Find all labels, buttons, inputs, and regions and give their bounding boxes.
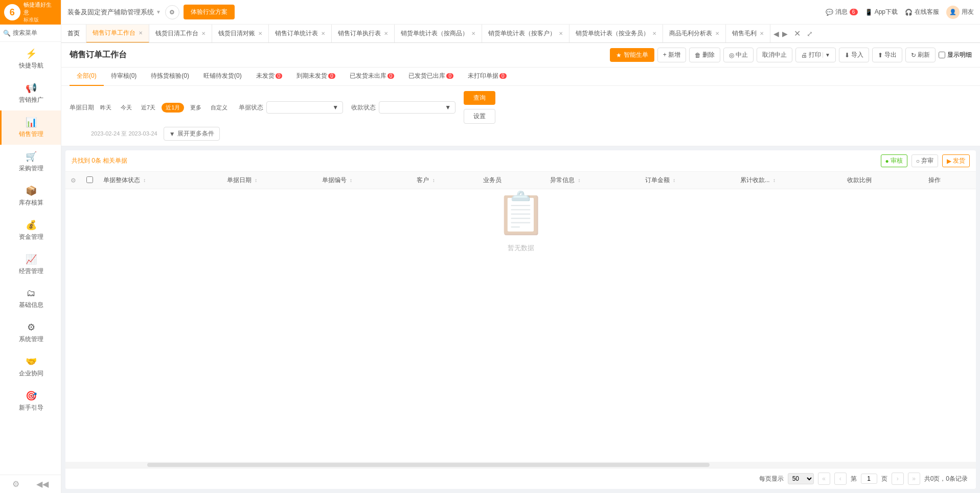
sidebar-item-quick-nav[interactable]: ⚡ 快捷导航 <box>0 42 61 76</box>
app-download-btn[interactable]: 📱 App下载 <box>865 8 898 16</box>
tab-sales-workbench[interactable]: 销售订单工作台 ✕ <box>86 25 149 43</box>
show-detail-checkbox-label[interactable]: 显示明细 <box>939 51 972 59</box>
smart-create-button[interactable]: ★ 智能生单 <box>610 48 654 62</box>
filter-tab-pending-review[interactable]: 待审核(0) <box>104 68 144 86</box>
query-button[interactable]: 查询 <box>464 91 495 105</box>
tab-close-sales-stat-customer[interactable]: ✕ <box>559 31 563 36</box>
sort-collected-icon[interactable]: ↕ <box>773 177 776 183</box>
online-service-btn[interactable]: 🎧 在线客服 <box>905 8 939 16</box>
tab-close-sales-stat-staff[interactable]: ✕ <box>652 31 656 36</box>
filter-tab-all[interactable]: 全部(0) <box>70 68 104 86</box>
tab-close-sales-profit[interactable]: ✕ <box>760 31 764 36</box>
sidebar-item-purchase-mgmt[interactable]: 🛒 采购管理 <box>0 145 61 179</box>
stop-button[interactable]: ◎ 中止 <box>723 48 754 62</box>
date-btn-1month[interactable]: 近1月 <box>162 103 184 113</box>
filter-tab-shipped-not-warehoused[interactable]: 已发货未出库 0 <box>343 68 402 86</box>
sort-abnormal-icon[interactable]: ↕ <box>578 177 580 183</box>
settings-gear-icon[interactable]: ⚙ <box>12 479 19 489</box>
collapse-sidebar-icon[interactable]: ◀◀ <box>36 479 49 489</box>
tab-sales-stat-customer[interactable]: 销货单统计表（按客户） ✕ <box>482 25 569 43</box>
date-btn-custom[interactable]: 自定义 <box>208 103 231 113</box>
expand-conditions-btn[interactable]: ▼ 展开更多条件 <box>164 127 220 141</box>
tabbar-next-arrow[interactable]: ▶ <box>781 29 789 39</box>
import-button[interactable]: ⬇ 导入 <box>839 48 869 62</box>
messages-btn[interactable]: 💬 消息 6 <box>826 8 858 16</box>
payment-filter-select[interactable]: ▼ <box>379 101 455 114</box>
col-checkbox[interactable] <box>81 172 98 189</box>
filter-tab-expired-not-shipped[interactable]: 到期未发货 0 <box>289 68 343 86</box>
filter-settings-button[interactable]: 设置 <box>464 109 495 124</box>
tabbar-close-all[interactable]: ✕ <box>791 29 804 38</box>
print-dropdown-arrow[interactable]: ▼ <box>823 52 830 58</box>
page-number-input[interactable] <box>861 474 877 484</box>
tab-sales-stat-product[interactable]: 销货单统计表（按商品） ✕ <box>395 25 482 43</box>
abandon-review-action-btn[interactable]: ○ 弃审 <box>911 154 938 167</box>
system-title-dropdown[interactable]: 装备及固定资产辅助管理系统 ▼ <box>67 8 161 17</box>
review-action-btn[interactable]: ● 审核 <box>881 154 907 167</box>
print-button[interactable]: 🖨 打印 ▼ <box>795 48 836 62</box>
sort-amount-icon[interactable]: ↕ <box>673 177 675 183</box>
tab-close-sales-stat-product[interactable]: ✕ <box>471 31 475 36</box>
date-btn-more[interactable]: 更多 <box>187 103 204 113</box>
sidebar-item-sys-mgmt[interactable]: ⚙ 系统管理 <box>0 316 61 350</box>
tab-close-product-margin[interactable]: ✕ <box>715 31 719 36</box>
tabbar-expand-btn[interactable]: ⤢ <box>804 30 816 38</box>
tab-cash-daily[interactable]: 钱货日清工作台 ✕ <box>149 25 212 43</box>
sidebar-item-inventory[interactable]: 📦 库存核算 <box>0 179 61 213</box>
sidebar-item-enterprise[interactable]: 🤝 企业协同 <box>0 350 61 384</box>
tab-home[interactable]: 首页 <box>61 25 86 43</box>
tab-close-cash-daily[interactable]: ✕ <box>201 31 206 36</box>
tab-close-sales-exec[interactable]: ✕ <box>384 31 388 36</box>
filter-tab-not-printed[interactable]: 未打印单据 0 <box>461 68 514 86</box>
table-scroll-container[interactable]: ⚙ 单据整体状态 ↕ 单据日期 ↕ 单据编号 <box>65 172 976 462</box>
add-button[interactable]: + 新增 <box>657 48 686 62</box>
cancel-stop-button[interactable]: 取消中止 <box>757 48 792 62</box>
sort-number-icon[interactable]: ↕ <box>350 177 352 183</box>
tab-cash-reconcile[interactable]: 钱货日清对账 ✕ <box>212 25 269 43</box>
sort-customer-icon[interactable]: ↕ <box>432 177 435 183</box>
tab-product-margin[interactable]: 商品毛利分析表 ✕ <box>663 25 726 43</box>
user-profile-btn[interactable]: 👤 用友 <box>946 6 974 19</box>
horizontal-scrollbar[interactable] <box>65 462 976 468</box>
industry-solution-button[interactable]: 体验行业方案 <box>184 5 235 19</box>
tab-sales-exec[interactable]: 销售订单执行表 ✕ <box>332 25 395 43</box>
sidebar-item-operations[interactable]: 📈 经营管理 <box>0 248 61 282</box>
topbar-settings-btn[interactable]: ⚙ <box>165 5 179 19</box>
tab-sales-profit[interactable]: 销售毛利 ✕ <box>726 25 770 43</box>
search-menu[interactable]: 🔍 搜索菜单 <box>0 25 61 42</box>
last-page-btn[interactable]: » <box>908 473 920 485</box>
show-detail-checkbox[interactable] <box>939 52 945 58</box>
filter-tab-shipped-warehoused[interactable]: 已发货已出库 0 <box>401 68 461 86</box>
tab-close-sales-workbench[interactable]: ✕ <box>139 30 143 36</box>
export-button[interactable]: ⬆ 导出 <box>872 48 902 62</box>
sidebar-item-sales-mgmt[interactable]: 📊 销售管理 <box>0 110 61 145</box>
delete-button[interactable]: 🗑 删除 <box>689 48 720 62</box>
tabbar-prev-arrow[interactable]: ◀ <box>772 29 780 39</box>
status-filter-select[interactable]: ▼ <box>266 101 343 114</box>
col-settings[interactable]: ⚙ <box>65 172 81 189</box>
first-page-btn[interactable]: « <box>818 473 830 485</box>
filter-tab-not-shipped[interactable]: 未发货 0 <box>249 68 290 86</box>
sort-status-icon[interactable]: ↕ <box>143 177 146 183</box>
page-size-select[interactable]: 50 10 20 100 <box>788 473 814 484</box>
tab-sales-stat1[interactable]: 销售订单统计表 ✕ <box>269 25 332 43</box>
tab-close-sales-stat1[interactable]: ✕ <box>321 31 325 36</box>
prev-page-btn[interactable]: ‹ <box>834 473 847 485</box>
filter-tab-pending-check[interactable]: 待拣货核验(0) <box>144 68 196 86</box>
scrollbar-thumb[interactable] <box>147 463 710 467</box>
sidebar-item-base-info[interactable]: 🗂 基础信息 <box>0 282 61 316</box>
sidebar-item-guide[interactable]: 🎯 新手引导 <box>0 384 61 418</box>
sidebar-item-finance[interactable]: 💰 资金管理 <box>0 213 61 248</box>
tab-sales-stat-staff[interactable]: 销货单统计表（按业务员） ✕ <box>569 25 663 43</box>
date-btn-today[interactable]: 今天 <box>118 103 135 113</box>
filter-tab-wangpu[interactable]: 旺铺待发货(0) <box>196 68 249 86</box>
refresh-button[interactable]: ↻ 刷新 <box>905 48 936 62</box>
sort-date-icon[interactable]: ↕ <box>255 177 257 183</box>
date-btn-yesterday[interactable]: 昨天 <box>97 103 115 113</box>
select-all-checkbox[interactable] <box>86 176 93 183</box>
ship-action-btn[interactable]: ▶ 发货 <box>942 154 970 167</box>
date-btn-7days[interactable]: 近7天 <box>138 103 158 113</box>
tab-close-cash-reconcile[interactable]: ✕ <box>258 31 262 36</box>
sidebar-item-marketing[interactable]: 📢 营销推广 <box>0 76 61 110</box>
next-page-btn[interactable]: › <box>892 473 904 485</box>
